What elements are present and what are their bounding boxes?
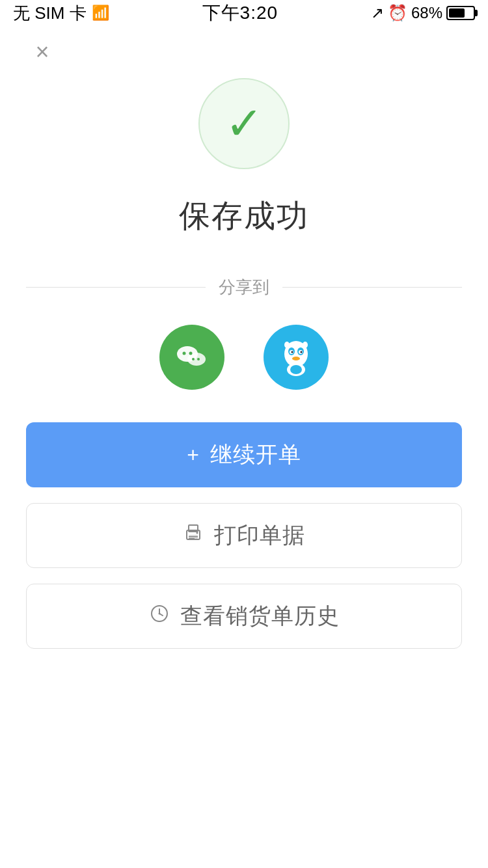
print-icon <box>183 522 204 549</box>
wechat-share-button[interactable] <box>159 325 224 390</box>
close-button[interactable]: × <box>26 36 59 68</box>
status-time: 下午3:20 <box>202 1 278 25</box>
plus-icon: + <box>187 443 200 467</box>
wifi-icon: 📶 <box>92 5 109 21</box>
alarm-icon: ⏰ <box>388 4 407 22</box>
history-button[interactable]: 查看销货单历史 <box>26 584 462 649</box>
svg-line-27 <box>159 614 163 616</box>
svg-point-12 <box>301 351 303 353</box>
wechat-icon <box>173 338 211 376</box>
carrier-text: 无 SIM 卡 <box>13 2 87 25</box>
svg-point-4 <box>192 358 195 360</box>
svg-point-9 <box>291 351 293 353</box>
svg-point-23 <box>197 532 198 534</box>
svg-point-3 <box>189 352 193 355</box>
location-icon: ↗ <box>371 4 384 22</box>
svg-rect-21 <box>189 536 198 537</box>
battery-fill <box>449 8 465 18</box>
print-label: 打印单据 <box>214 521 305 550</box>
svg-point-17 <box>290 365 302 374</box>
close-icon: × <box>35 40 49 64</box>
battery-bar <box>446 6 475 20</box>
share-label: 分享到 <box>219 276 269 299</box>
svg-point-15 <box>303 342 308 348</box>
share-section: 分享到 <box>0 276 488 390</box>
qq-icon <box>277 337 315 377</box>
svg-point-2 <box>183 352 186 355</box>
status-right: ↗ ⏰ 68% <box>371 4 475 22</box>
main-content: ✓ 保存成功 分享到 <box>0 26 488 649</box>
history-icon <box>149 603 170 629</box>
check-icon: ✓ <box>225 101 264 146</box>
print-button[interactable]: 打印单据 <box>26 503 462 568</box>
svg-point-14 <box>284 342 290 348</box>
success-circle: ✓ <box>198 78 290 169</box>
history-label: 查看销货单历史 <box>180 601 340 631</box>
share-divider-row: 分享到 <box>26 276 462 299</box>
battery-percentage: 68% <box>411 4 442 22</box>
svg-rect-22 <box>189 538 195 539</box>
divider-left <box>26 287 206 288</box>
status-bar: 无 SIM 卡 📶 下午3:20 ↗ ⏰ 68% <box>0 0 488 26</box>
actions-section: + 继续开单 打印单据 <box>0 422 488 649</box>
share-icons-row <box>26 325 462 390</box>
status-left: 无 SIM 卡 📶 <box>13 2 109 25</box>
svg-point-5 <box>197 358 200 360</box>
success-title: 保存成功 <box>179 195 309 237</box>
continue-button[interactable]: + 继续开单 <box>26 422 462 487</box>
qq-share-button[interactable] <box>264 325 329 390</box>
divider-right <box>282 287 462 288</box>
svg-point-13 <box>292 357 300 360</box>
continue-label: 继续开单 <box>210 440 301 470</box>
